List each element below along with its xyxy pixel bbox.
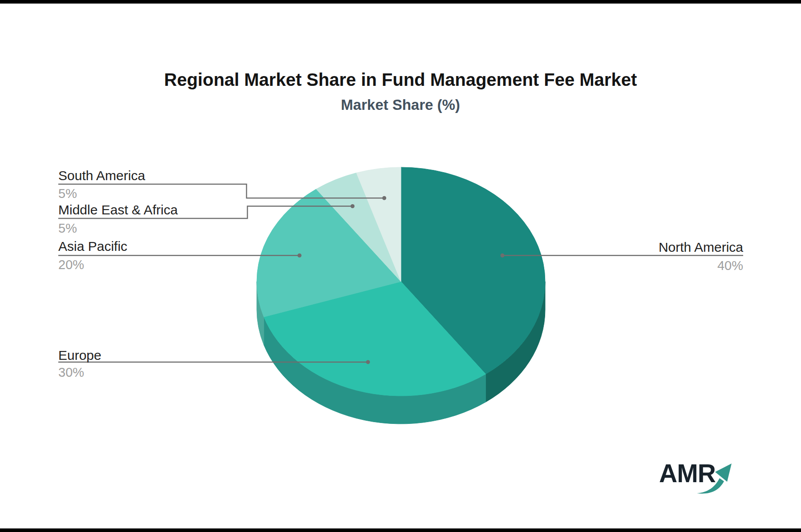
trend-up-arrow-icon	[690, 460, 734, 497]
value-south-america: 5%	[58, 187, 77, 200]
leader-dot	[351, 204, 355, 208]
value-europe: 30%	[58, 366, 84, 379]
label-middle-east-africa: Middle East & Africa	[58, 203, 178, 217]
value-asia-pacific: 20%	[58, 258, 84, 271]
leader-dot	[501, 254, 505, 258]
bottom-edge-bar	[0, 528, 801, 532]
value-middle-east-africa: 5%	[58, 222, 77, 235]
label-north-america: North America	[659, 241, 743, 254]
chart-canvas: Regional Market Share in Fund Management…	[0, 0, 801, 532]
leader-dot	[366, 360, 370, 364]
label-asia-pacific: Asia Pacific	[58, 240, 127, 253]
label-south-america: South America	[58, 169, 145, 182]
value-north-america: 40%	[717, 259, 743, 272]
label-europe: Europe	[58, 349, 101, 362]
leader-dot	[382, 196, 386, 200]
pie-chart	[0, 0, 801, 532]
leader-dot	[298, 254, 302, 258]
amr-logo: AMR	[659, 461, 739, 496]
